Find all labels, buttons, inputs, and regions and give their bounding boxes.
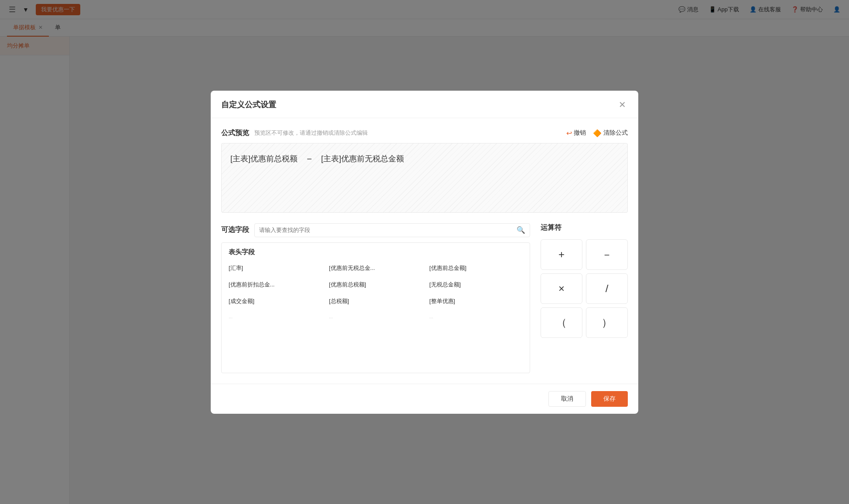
op-plus-button[interactable]: + — [541, 239, 582, 270]
clear-label: 清除公式 — [603, 129, 628, 137]
formula-operator: － — [305, 152, 314, 165]
formula-preview-hint: 预览区不可修改，请通过撤销或清除公式编辑 — [254, 129, 368, 137]
fields-section: 可选字段 🔍 表头字段 [汇率] [优惠前无税总金... [优惠前总金额] [优… — [221, 223, 530, 373]
modal-overlay[interactable]: 自定义公式设置 ✕ 公式预览 预览区不可修改，请通过撤销或清除公式编辑 ↩ 撤销… — [0, 0, 849, 504]
formula-actions: ↩ 撤销 🔶 清除公式 — [566, 129, 628, 137]
fields-operators-row: 可选字段 🔍 表头字段 [汇率] [优惠前无税总金... [优惠前总金额] [优… — [221, 223, 628, 373]
clear-icon: 🔶 — [593, 129, 602, 137]
modal-close-button[interactable]: ✕ — [617, 99, 628, 111]
undo-button[interactable]: ↩ 撤销 — [566, 129, 586, 137]
field-item-pretax-notax[interactable]: [优惠前无税总金... — [325, 260, 426, 276]
field-item-total-tax[interactable]: [总税额] — [325, 293, 426, 310]
field-item-more-1: ... — [225, 310, 325, 324]
undo-icon: ↩ — [566, 129, 572, 137]
search-icon: 🔍 — [517, 226, 525, 234]
modal-header: 自定义公式设置 ✕ — [211, 91, 638, 118]
field-item-pretax-total[interactable]: [优惠前总金额] — [426, 260, 526, 276]
field-item-exchange-rate[interactable]: [汇率] — [225, 260, 325, 276]
modal-footer: 取消 保存 — [211, 384, 638, 414]
operators-title: 运算符 — [541, 223, 628, 232]
field-item-more-2: ... — [325, 310, 426, 324]
field-item-transaction[interactable]: [成交金额] — [225, 293, 325, 310]
field-item-notax-total[interactable]: [无税总金额] — [426, 276, 526, 293]
op-lparen-button[interactable]: （ — [541, 307, 582, 338]
fields-grid: [汇率] [优惠前无税总金... [优惠前总金额] [优惠前折扣总金... [优… — [222, 260, 530, 327]
search-box: 🔍 — [254, 223, 530, 237]
field-item-order-discount[interactable]: [整单优惠] — [426, 293, 526, 310]
op-minus-button[interactable]: － — [586, 239, 628, 270]
undo-label: 撤销 — [574, 129, 586, 137]
formula-content: [主表]优惠前总税额 － [主表]优惠前无税总金额 — [230, 152, 619, 165]
operators-section: 运算符 + － × / （ ） — [541, 223, 628, 373]
modal-title: 自定义公式设置 — [221, 99, 276, 110]
clear-formula-button[interactable]: 🔶 清除公式 — [593, 129, 628, 137]
formula-modal: 自定义公式设置 ✕ 公式预览 预览区不可修改，请通过撤销或清除公式编辑 ↩ 撤销… — [211, 91, 638, 414]
operators-grid: + － × / （ ） — [541, 239, 628, 338]
search-input[interactable] — [259, 227, 517, 233]
op-multiply-button[interactable]: × — [541, 273, 582, 304]
save-button[interactable]: 保存 — [591, 391, 628, 407]
cancel-button[interactable]: 取消 — [548, 391, 586, 407]
op-divide-button[interactable]: / — [586, 273, 628, 304]
formula-preview-header: 公式预览 预览区不可修改，请通过撤销或清除公式编辑 ↩ 撤销 🔶 清除公式 — [221, 129, 628, 138]
fields-title: 可选字段 — [221, 225, 249, 235]
op-rparen-button[interactable]: ） — [586, 307, 628, 338]
field-item-pretax-tax[interactable]: [优惠前总税额] — [325, 276, 426, 293]
field-item-more-3: ... — [426, 310, 526, 324]
formula-preview-section: 公式预览 预览区不可修改，请通过撤销或清除公式编辑 ↩ 撤销 🔶 清除公式 — [221, 129, 628, 213]
formula-left-term: [主表]优惠前总税额 — [230, 153, 298, 164]
fields-header: 可选字段 🔍 — [221, 223, 530, 237]
field-item-discount-total[interactable]: [优惠前折扣总金... — [225, 276, 325, 293]
formula-display-box: [主表]优惠前总税额 － [主表]优惠前无税总金额 — [221, 143, 628, 213]
fields-group-title: 表头字段 — [222, 243, 530, 260]
modal-body: 公式预览 预览区不可修改，请通过撤销或清除公式编辑 ↩ 撤销 🔶 清除公式 — [211, 118, 638, 384]
formula-preview-title: 公式预览 — [221, 129, 249, 138]
fields-list-container: 表头字段 [汇率] [优惠前无税总金... [优惠前总金额] [优惠前折扣总金.… — [221, 242, 530, 373]
formula-right-term: [主表]优惠前无税总金额 — [321, 153, 404, 164]
